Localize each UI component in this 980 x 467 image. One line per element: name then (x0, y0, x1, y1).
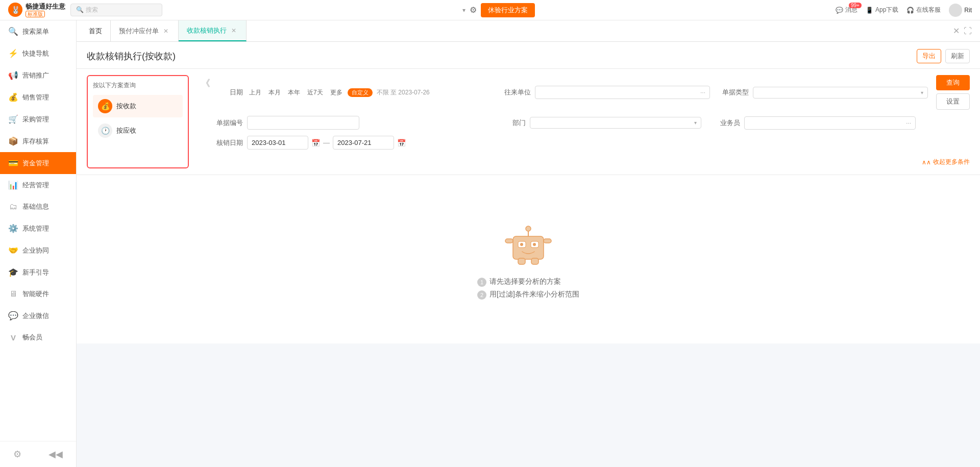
counterpart-input[interactable]: ··· (535, 86, 710, 99)
app-download-button[interactable]: 📱 App下载 (866, 6, 898, 14)
sidebar-item-inventory[interactable]: 📦 库存核算 (0, 130, 76, 152)
operations-icon: 📊 (8, 180, 18, 190)
by-receivable-icon: 🕐 (98, 124, 112, 138)
message-button[interactable]: 💬 消息 99+ (836, 6, 857, 14)
tab-home-label: 首页 (89, 27, 102, 36)
empty-step2: 2 用[过滤]条件来缩小分析范围 (477, 290, 579, 300)
chevron-down-icon[interactable]: ▾ (462, 7, 465, 14)
user-name: Rit (964, 7, 972, 14)
brand-icon: 🐰 (8, 3, 22, 17)
collapse-sidebar-icon[interactable]: ◀◀ (45, 446, 66, 463)
svg-rect-6 (544, 239, 551, 243)
page-header: 收款核销执行(按收款) 导出 刷新 (77, 42, 980, 69)
collapse-conditions-btn[interactable]: ∧∧ 收起更多条件 (212, 156, 970, 168)
sidebar-item-guide[interactable]: 🎓 新手引导 (0, 261, 76, 283)
filter-row-3: 核销日期 📅 — 📅 (212, 136, 970, 150)
content-area: 首页 预付冲应付单 ✕ 收款核销执行 ✕ ✕ ⛶ 收款核销执行(按收款) (77, 20, 980, 467)
page-title: 收款核销执行(按收款) (87, 50, 176, 62)
more-date-btn[interactable]: 更多 (328, 87, 345, 98)
sidebar-item-funds[interactable]: 💳 资金管理 (0, 152, 76, 174)
tab-bar-actions: ✕ ⛶ (953, 26, 976, 36)
sidebar-item-cooperation[interactable]: 🤝 企业协同 (0, 239, 76, 261)
sidebar-item-marketing[interactable]: 📢 营销推广 (0, 64, 76, 86)
sidebar-label-funds: 资金管理 (22, 159, 49, 168)
last-month-btn[interactable]: 上月 (247, 87, 263, 98)
tab-prepay[interactable]: 预付冲应付单 ✕ (111, 20, 179, 41)
refresh-button[interactable]: 刷新 (945, 49, 970, 63)
top-bar-left: 🐰 畅捷通好生意 标准版 🔍 搜索 (8, 3, 162, 18)
this-month-btn[interactable]: 本月 (266, 87, 283, 98)
doc-type-select[interactable]: ▾ (753, 87, 928, 99)
svg-rect-7 (518, 258, 525, 264)
last-7days-btn[interactable]: 近7天 (305, 87, 325, 98)
sidebar-item-system[interactable]: ⚙️ 系统管理 (0, 217, 76, 239)
sidebar-item-quick-nav[interactable]: ⚡ 快捷导航 (0, 42, 76, 64)
close-tab-icon[interactable]: ✕ (953, 26, 960, 36)
sidebar-label-operations: 经营管理 (22, 181, 49, 190)
date-hint: 不限 至 2023-07-26 (377, 88, 430, 97)
filter-option-by-receivable[interactable]: 🕐 按应收 (93, 119, 183, 142)
sidebar-item-hardware[interactable]: 🖥 智能硬件 (0, 283, 76, 305)
this-year-btn[interactable]: 本年 (286, 87, 302, 98)
date-label: 日期 (212, 88, 243, 97)
search-icon: 🔍 (76, 6, 84, 13)
tab-collection-close[interactable]: ✕ (230, 27, 238, 35)
user-profile[interactable]: Rit (949, 4, 972, 17)
sidebar-bottom: ⚙ ◀◀ (0, 441, 76, 467)
date-field: 日期 上月 本月 本年 近7天 更多 自定义 不限 至 2023-07-26 (212, 87, 492, 98)
search-menu-icon: 🔍 (8, 27, 18, 36)
industry-button[interactable]: 休验行业方案 (481, 3, 535, 17)
sidebar-item-purchase[interactable]: 🛒 采购管理 (0, 108, 76, 130)
verify-date-end-input[interactable] (333, 136, 394, 150)
sidebar-item-search[interactable]: 🔍 搜索菜单 (0, 20, 76, 42)
settings-bottom-icon[interactable]: ⚙ (10, 446, 24, 463)
query-settings-group: 查询 设置 (936, 75, 970, 110)
by-receipt-label: 按收款 (116, 102, 136, 111)
verify-date-start-input[interactable] (247, 136, 308, 150)
sidebar-item-sales[interactable]: 💰 销售管理 (0, 86, 76, 108)
online-service-button[interactable]: 🎧 在线客服 (906, 6, 941, 14)
cooperation-icon: 🤝 (8, 245, 18, 255)
export-button[interactable]: 导出 (917, 49, 941, 63)
filter-panel: 按以下方案查询 💰 按收款 🕐 按应收 《 (77, 69, 980, 175)
empty-text: 1 请先选择要分析的方案 2 用[过滤]条件来缩小分析范围 (477, 277, 579, 303)
top-bar: 🐰 畅捷通好生意 标准版 🔍 搜索 ▾ ⚙ 休验行业方案 💬 消息 99+ 📱 … (0, 0, 980, 20)
member-icon: V (8, 333, 18, 342)
collapse-filter-icon[interactable]: 《 (199, 75, 212, 91)
collapse-conditions-label: 收起更多条件 (933, 158, 970, 166)
settings-button[interactable]: 设置 (936, 93, 970, 110)
sidebar-label-system: 系统管理 (22, 224, 49, 233)
date-separator: — (323, 139, 330, 146)
tab-prepay-close[interactable]: ✕ (162, 27, 170, 35)
staff-input[interactable]: ··· (744, 116, 916, 130)
svg-point-3 (520, 243, 523, 246)
verify-date-start-calendar-icon[interactable]: 📅 (311, 139, 320, 147)
gear-icon[interactable]: ⚙ (470, 5, 477, 15)
purchase-icon: 🛒 (8, 114, 18, 124)
sidebar-item-basics[interactable]: 🗂 基础信息 (0, 196, 76, 217)
verify-date-end-calendar-icon[interactable]: 📅 (397, 139, 406, 147)
dept-field: 部门 ▾ (495, 117, 701, 129)
sidebar-item-operations[interactable]: 📊 经营管理 (0, 174, 76, 196)
svg-point-10 (526, 226, 531, 231)
filter-option-by-receipt[interactable]: 💰 按收款 (93, 95, 183, 117)
basics-icon: 🗂 (8, 202, 18, 211)
query-button[interactable]: 查询 (936, 75, 970, 90)
tab-collection[interactable]: 收款核销执行 ✕ (179, 20, 247, 41)
sidebar-label-member: 畅会员 (22, 333, 42, 342)
guide-icon: 🎓 (8, 267, 18, 277)
svg-rect-0 (513, 236, 544, 259)
by-receivable-label: 按应收 (116, 126, 136, 135)
custom-date-badge[interactable]: 自定义 (348, 88, 373, 97)
doc-no-input[interactable] (247, 116, 359, 130)
dept-label: 部门 (495, 118, 526, 128)
sidebar-label-sales: 销售管理 (22, 93, 49, 102)
tab-home[interactable]: 首页 (81, 20, 111, 41)
tab-collection-label: 收款核销执行 (187, 26, 227, 35)
expand-tab-icon[interactable]: ⛶ (964, 27, 972, 36)
doc-type-label: 单据类型 (718, 88, 749, 97)
hardware-icon: 🖥 (8, 289, 18, 299)
dept-select[interactable]: ▾ (530, 117, 701, 129)
sidebar-item-wechat[interactable]: 💬 企业微信 (0, 305, 76, 327)
sidebar-item-member[interactable]: V 畅会员 (0, 327, 76, 348)
